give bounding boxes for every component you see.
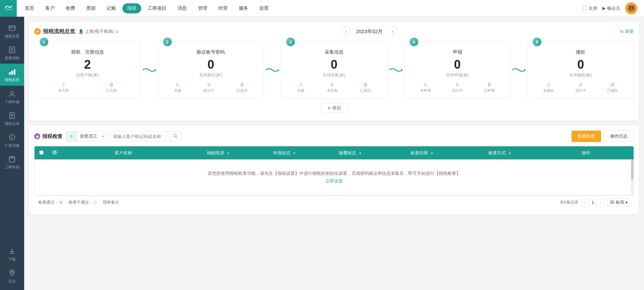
step-1-stats: 2 未完善 0 已完善 — [40, 82, 136, 93]
user-avatar[interactable]: 🐻 — [625, 2, 637, 14]
nav-accounting[interactable]: 记账 — [102, 3, 121, 13]
batch-check-button[interactable]: 批量检查 — [572, 131, 601, 142]
th-check-method[interactable]: 检查方式 ▼ — [461, 147, 538, 159]
setup-link[interactable]: 立即设置 — [325, 177, 343, 185]
step-5-stat-0: 0 未缴款 — [543, 82, 554, 93]
search-button[interactable] — [170, 132, 180, 141]
next-month-button[interactable]: › — [388, 27, 397, 36]
step-4-stat-0-value: 0 — [424, 82, 427, 87]
sidebar-item-tax-record[interactable]: 报税记录 — [0, 107, 24, 129]
fullscreen-button[interactable]: ⛶ 全屏 — [583, 5, 597, 11]
refresh-button[interactable]: ↻ 刷新 — [620, 28, 634, 34]
operation-log-button[interactable]: 操作日志 — [604, 131, 634, 142]
step-arrow-3 — [387, 66, 404, 74]
prev-month-button[interactable]: ‹ — [341, 27, 351, 36]
step-2-stat-1-label: 验证中 — [203, 88, 214, 93]
step-2-stat-2-label: 已成功 — [236, 88, 248, 93]
scrollbar[interactable] — [631, 159, 634, 195]
nav-tax[interactable]: 报税 — [122, 3, 141, 13]
step-5-title: 缴款 — [533, 49, 629, 55]
nav-industry[interactable]: 工商项目 — [143, 3, 171, 13]
step-4-stat-1-label: 进行中 — [452, 88, 463, 93]
step-1-stat-1: 0 已完善 — [106, 82, 117, 93]
step-1-stat-0-value: 2 — [62, 82, 65, 87]
svg-rect-9 — [14, 69, 15, 75]
step-1-stat-1-value: 0 — [110, 82, 113, 87]
th-gear[interactable] — [48, 146, 61, 159]
sidebar-item-location[interactable]: 定位 — [0, 265, 24, 287]
sidebar: 报税设置 批量报税 报税总览 — [0, 17, 24, 290]
sidebar-label-settlement: 汇算清缴 — [5, 143, 19, 148]
sidebar-label-personal-tax: 个税申报 — [5, 100, 19, 104]
svg-point-31 — [54, 151, 56, 153]
prev-page-button[interactable]: ‹ — [581, 199, 589, 207]
sidebar-item-batch-tax[interactable]: 批量报税 — [0, 42, 24, 64]
nav-items: 首页 客户 收费 票据 记账 报税 工商项目 消息 管理 经营 服务 设置 — [20, 3, 583, 13]
step-2-stat-0-label: 失败 — [174, 88, 181, 93]
step-5-subtitle: 支持缴款(家) — [533, 72, 629, 78]
location-icon: 👤 — [78, 29, 84, 34]
svg-point-22 — [11, 271, 13, 273]
fail-value[interactable]: 0 — [94, 200, 97, 205]
filter-icon-method: ▼ — [508, 151, 511, 155]
nav-message[interactable]: 消息 — [173, 3, 192, 13]
collapse-button[interactable]: ∧ 收起 — [320, 103, 348, 113]
vip-button[interactable]: ▶ 畅会员 — [602, 5, 620, 11]
th-tax-type[interactable]: 纳税性质 ▼ — [185, 147, 252, 159]
collapse-label: 收起 — [332, 105, 341, 111]
collapse-bar: ∧ 收起 — [34, 100, 634, 116]
sidebar-item-annual-report[interactable]: 工商年报 — [0, 151, 24, 173]
process-title-text: 报税流程总览 — [43, 28, 75, 35]
refresh-label: 刷新 — [625, 28, 634, 34]
th-check-result[interactable]: 检查结果 ▼ — [383, 147, 461, 159]
step-3-stat-2-value: 0 — [364, 82, 367, 87]
location-text: 上海(电子税局) — [85, 28, 114, 34]
sidebar-item-personal-tax[interactable]: 个税申报 — [0, 86, 24, 107]
nav-customer[interactable]: 客户 — [41, 3, 59, 13]
step-3-stat-0: 0 失败 — [297, 82, 305, 93]
nav-settings[interactable]: 设置 — [255, 3, 273, 13]
svg-point-29 — [174, 134, 176, 137]
next-page-button[interactable]: › — [597, 199, 605, 207]
th-declare-status[interactable]: 申报状态 ▼ — [251, 147, 317, 159]
location-chevron: ∨ — [115, 29, 119, 34]
step-arrow-1 — [141, 66, 158, 74]
step-2-stat-2: 0 已成功 — [236, 82, 248, 93]
sidebar-item-tax-settings[interactable]: 报税设置 — [0, 20, 24, 42]
current-month: 2023年02月 — [356, 28, 383, 35]
nav-service[interactable]: 服务 — [234, 3, 253, 13]
step-5-stat-1: 0 进行中 — [575, 82, 586, 93]
sidebar-item-tax-overview[interactable]: 报税总览 — [0, 64, 24, 85]
search-input[interactable] — [110, 132, 170, 141]
empty-message: 若您想使用报税检查功能，请先在【报税设置】中进行报税的初始化设置，完成密码验证和… — [208, 169, 461, 177]
step-2-stat-1: 0 验证中 — [203, 82, 214, 93]
step-2-stat-1-value: 0 — [208, 82, 210, 87]
step-3-stat-1: 0 未采集 — [327, 82, 338, 93]
footer-pagination: 共0条记录 ‹ 1 › 30 条/页 ▾ — [560, 199, 630, 207]
step-5-stat-2: 0 已缴款 — [607, 82, 618, 93]
step-3-stat-2-label: 已成功 — [360, 88, 371, 93]
scrollbar-thumb[interactable] — [631, 159, 634, 179]
process-title-icon: ＋ — [34, 28, 41, 35]
nav-fee[interactable]: 收费 — [61, 3, 80, 13]
nav-home[interactable]: 首页 — [20, 3, 39, 13]
svg-text:¥: ¥ — [10, 136, 13, 139]
step-1-stat-0-label: 未完善 — [58, 88, 69, 93]
app-logo — [0, 0, 17, 17]
select-all-checkbox[interactable] — [39, 150, 44, 155]
step-5-stat-2-value: 0 — [611, 82, 614, 87]
collapse-icon: ∧ — [327, 105, 331, 111]
nav-manage[interactable]: 管理 — [193, 3, 212, 13]
location-icon — [7, 268, 17, 278]
pass-value[interactable]: 0 — [60, 200, 62, 205]
sidebar-item-download[interactable]: 下载 — [0, 243, 24, 265]
th-pay-status[interactable]: 缴费状态 ▼ — [317, 147, 383, 159]
sidebar-item-settlement[interactable]: ¥ 汇算清缴 — [0, 129, 24, 151]
per-page-selector[interactable]: 30 条/页 ▾ — [607, 199, 630, 206]
location-tag[interactable]: 👤 上海(电子税局) ∨ — [78, 28, 119, 34]
step-2-stats: 0 失败 0 验证中 0 已成功 — [163, 82, 259, 93]
nav-operation[interactable]: 经营 — [214, 3, 232, 13]
employee-filter[interactable]: 员 全部员工 ▾ — [66, 131, 106, 142]
nav-ticket[interactable]: 票据 — [82, 3, 100, 13]
check-title: ◉ 报税检查 — [34, 133, 62, 140]
